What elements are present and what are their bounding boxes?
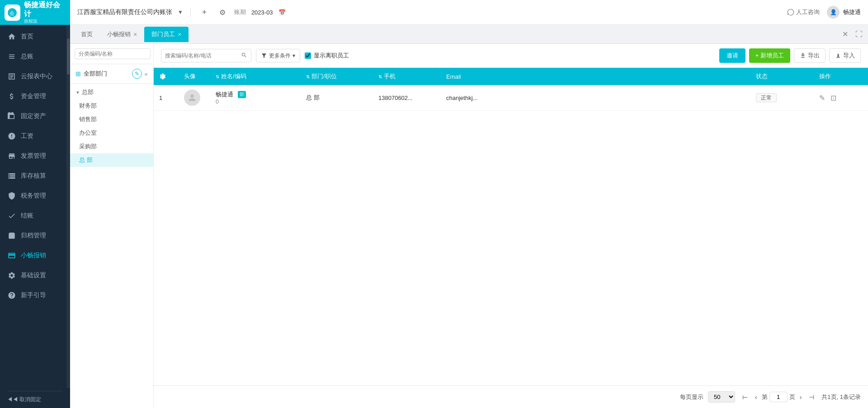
td-phone: 138070602... — [373, 90, 441, 106]
sidebar-item-salary[interactable]: 工资 — [0, 126, 70, 146]
sidebar-item-fixed-assets[interactable]: 固定资产 — [0, 106, 70, 126]
tab-home-label: 首页 — [81, 30, 93, 38]
tab-dept-employee[interactable]: 部门员工 × — [144, 27, 189, 42]
sidebar-label-invoice: 发票管理 — [21, 152, 46, 160]
export-button[interactable]: 导出 — [794, 48, 826, 63]
tab-dept-employee-close[interactable]: × — [178, 31, 181, 38]
logout-employee-button[interactable]: ⊡ — [830, 94, 836, 102]
next-page-button[interactable]: › — [797, 393, 805, 402]
page-label-post: 页 — [789, 393, 795, 401]
default-avatar-icon — [187, 93, 197, 103]
column-settings-icon — [159, 73, 166, 80]
prev-page-button[interactable]: ‹ — [752, 393, 760, 402]
salary-icon — [7, 132, 16, 141]
tab-bar-right: ✕ ⛶ — [840, 28, 864, 40]
sidebar-item-checkout[interactable]: 结账 — [0, 206, 70, 226]
add-employee-button[interactable]: + 新增员工 — [749, 48, 790, 63]
sort-icon-dept: ⇅ — [306, 74, 310, 79]
cancel-fixed-button[interactable]: ◀◀ 取消固定 — [0, 386, 70, 408]
td-avatar — [179, 85, 210, 110]
dept-node-bangongshi[interactable]: 办公室 — [70, 126, 153, 140]
show-resigned-checkbox-label[interactable]: 显示离职员工 — [305, 52, 349, 60]
total-info: 共1页, 1条记录 — [821, 393, 861, 401]
tab-xiaochang-close[interactable]: × — [133, 31, 137, 38]
th-name-code[interactable]: ⇅ 姓名/编码 — [210, 68, 301, 85]
sidebar-item-invoice[interactable]: 发票管理 — [0, 146, 70, 166]
th-phone[interactable]: ⇅ 手机 — [373, 68, 441, 85]
dept-node-xiaoshoubu[interactable]: 销售部 — [70, 113, 153, 126]
sidebar-item-reports[interactable]: 云报表中心 — [0, 66, 70, 86]
employee-search-input[interactable] — [165, 52, 238, 59]
left-panel: ⊞ 全部部门 ✎ « ▼ 总部 财务部 销售部 — [70, 44, 154, 408]
sidebar-item-home[interactable]: 首页 — [0, 27, 70, 47]
dept-node-zongbu-active[interactable]: 总 部 — [70, 153, 153, 167]
user-area: 👤 畅捷通 — [827, 6, 861, 19]
tab-fullscreen-button[interactable]: ⛶ — [854, 28, 864, 40]
sidebar-item-newbie[interactable]: 新手引导 — [0, 285, 70, 305]
th-actions: 操作 — [814, 68, 868, 85]
sidebar-item-ledger[interactable]: 总账 — [0, 47, 70, 66]
page-number-input[interactable]: 1 — [769, 392, 788, 402]
sidebar-item-archive[interactable]: 归档管理 — [0, 226, 70, 246]
import-icon — [835, 52, 841, 59]
right-toolbar: 更多条件 ▾ 显示离职员工 邀请 + 新增员工 — [154, 44, 868, 68]
dept-collapse-button[interactable]: « — [145, 71, 148, 77]
right-panel: 更多条件 ▾ 显示离职员工 邀请 + 新增员工 — [154, 44, 868, 408]
sidebar-item-xiaochang[interactable]: 小畅报销 — [0, 246, 70, 266]
tab-xiaochang-label: 小畅报销 — [107, 30, 131, 38]
th-phone-label: 手机 — [384, 72, 396, 81]
invite-button[interactable]: 邀请 — [719, 48, 745, 63]
th-avatar-label: 头像 — [184, 72, 196, 81]
dept-edit-button[interactable]: ✎ — [132, 69, 142, 79]
sidebar-item-tax[interactable]: 税务管理 — [0, 186, 70, 206]
home-icon — [7, 32, 16, 41]
td-actions: ✎ ⊡ — [814, 89, 868, 107]
th-email: Email — [441, 68, 750, 85]
import-button[interactable]: 导入 — [829, 48, 861, 63]
company-dropdown-button[interactable]: ▼ — [178, 9, 183, 15]
page-num-wrap: 第 1 页 — [762, 392, 795, 402]
sidebar-label-newbie: 新手引导 — [21, 291, 46, 299]
dept-node-zongbu-parent[interactable]: ▼ 总部 — [70, 85, 153, 99]
edit-employee-button[interactable]: ✎ — [819, 94, 825, 102]
dept-label-zongbu-active: 总 部 — [79, 156, 93, 164]
toolbar-right: 邀请 + 新增员工 导出 导入 — [719, 48, 861, 63]
content-area: ⊞ 全部部门 ✎ « ▼ 总部 财务部 销售部 — [70, 44, 868, 408]
tab-close-all-button[interactable]: ✕ — [840, 28, 850, 40]
period-value: 2023-03 — [251, 9, 273, 16]
tab-home[interactable]: 首页 — [74, 27, 100, 42]
sidebar-label-tax: 税务管理 — [21, 192, 46, 200]
dept-label-zongbu-parent: 总部 — [82, 88, 94, 96]
dept-node-caiwubu[interactable]: 财务部 — [70, 99, 153, 113]
settings-button[interactable]: ⚙ — [216, 6, 229, 19]
sidebar-item-funds[interactable]: 资金管理 — [0, 86, 70, 106]
add-company-button[interactable]: + — [198, 6, 211, 19]
search-wrap — [161, 49, 251, 62]
tab-xiaochang[interactable]: 小畅报销 × — [100, 27, 144, 42]
employee-search-button[interactable] — [241, 52, 247, 60]
dept-search-input[interactable] — [75, 48, 151, 59]
sidebar-nav: 首页 总账 云报表中心 资金管理 — [0, 25, 70, 386]
show-resigned-checkbox[interactable] — [305, 52, 311, 59]
employee-dept: 总 部 — [306, 94, 320, 101]
th-settings — [154, 68, 179, 85]
td-dept: 总 部 — [301, 89, 373, 106]
dept-badge: 部 — [238, 91, 246, 98]
first-page-button[interactable]: ⊢ — [740, 393, 750, 402]
table-row: 1 畅捷通 部 0 — [154, 85, 868, 111]
calendar-icon[interactable]: 📅 — [278, 9, 286, 16]
headphone-icon — [787, 9, 794, 16]
employee-avatar — [184, 90, 200, 106]
sidebar-scrollbar[interactable] — [66, 25, 70, 388]
more-filter-button[interactable]: 更多条件 ▾ — [256, 49, 300, 62]
per-page-select[interactable]: 50 20 100 — [708, 391, 735, 403]
dept-node-caigoubu[interactable]: 采购部 — [70, 140, 153, 153]
top-bar: 江西服宝精品有限责任公司内账张 ▼ + ⚙ 账期 2023-03 📅 人工咨询 … — [70, 0, 868, 25]
employee-table: 头像 ⇅ 姓名/编码 ⇅ 部门/职位 ⇅ 手机 — [154, 68, 868, 385]
th-dept-position[interactable]: ⇅ 部门/职位 — [301, 68, 373, 85]
sidebar-item-inventory[interactable]: 库存核算 — [0, 166, 70, 186]
last-page-button[interactable]: ⊣ — [806, 393, 817, 402]
sidebar-label-ledger: 总账 — [21, 52, 33, 61]
sidebar-item-basic[interactable]: 基础设置 — [0, 266, 70, 285]
help-button[interactable]: 人工咨询 — [787, 8, 820, 16]
